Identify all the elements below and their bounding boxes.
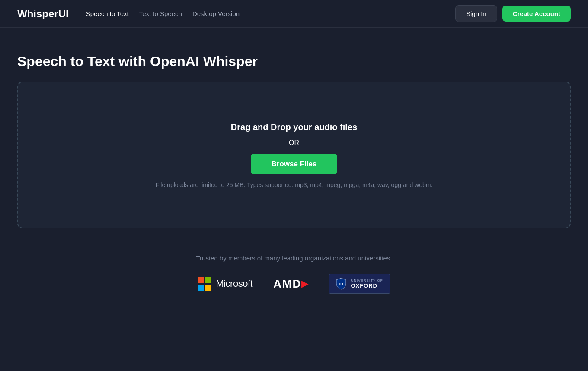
ms-red-square <box>198 277 204 283</box>
microsoft-text: Microsoft <box>216 278 252 289</box>
amd-arrow-icon: ▶ <box>301 279 308 289</box>
main-nav: Speech to Text Text to Speech Desktop Ve… <box>86 10 240 17</box>
amd-text: AMD <box>273 277 301 291</box>
trusted-section: Trusted by members of many leading organ… <box>17 254 571 294</box>
oxford-top-text: University of <box>351 279 383 282</box>
file-drop-zone[interactable]: Drag and Drop your audio files OR Browse… <box>17 82 571 228</box>
oxford-logo: OX University of OXFORD <box>329 274 390 294</box>
logo[interactable]: WhisperUI <box>17 8 69 20</box>
header-right: Sign In Create Account <box>455 5 571 22</box>
drag-drop-text: Drag and Drop your audio files <box>231 122 357 132</box>
browse-files-button[interactable]: Browse Files <box>251 154 338 174</box>
page-title: Speech to Text with OpenAI Whisper <box>17 54 571 70</box>
file-limit-text: File uploads are limited to 25 MB. Types… <box>156 181 433 188</box>
amd-logo: AMD ▶ <box>273 277 308 291</box>
microsoft-logo: Microsoft <box>198 277 252 291</box>
ms-green-square <box>205 277 211 283</box>
header-left: WhisperUI Speech to Text Text to Speech … <box>17 8 240 20</box>
create-account-button[interactable]: Create Account <box>502 6 571 22</box>
oxford-main-text: OXFORD <box>351 282 383 289</box>
ms-yellow-square <box>205 285 211 291</box>
ms-blue-square <box>198 285 204 291</box>
header: WhisperUI Speech to Text Text to Speech … <box>0 0 588 28</box>
signin-button[interactable]: Sign In <box>455 5 497 22</box>
trusted-text: Trusted by members of many leading organ… <box>196 254 392 262</box>
nav-text-to-speech[interactable]: Text to Speech <box>139 10 182 17</box>
oxford-text-block: University of OXFORD <box>351 279 383 289</box>
nav-speech-to-text[interactable]: Speech to Text <box>86 10 129 17</box>
microsoft-grid-icon <box>198 277 211 291</box>
nav-desktop-version[interactable]: Desktop Version <box>192 10 240 17</box>
or-text: OR <box>289 139 299 147</box>
oxford-shield-icon: OX <box>336 278 346 290</box>
logos-row: Microsoft AMD ▶ OX University of OXFORD <box>198 274 390 294</box>
svg-text:OX: OX <box>339 282 343 285</box>
oxford-wrapper: OX University of OXFORD <box>336 278 383 290</box>
main-content: Speech to Text with OpenAI Whisper Drag … <box>0 28 588 311</box>
